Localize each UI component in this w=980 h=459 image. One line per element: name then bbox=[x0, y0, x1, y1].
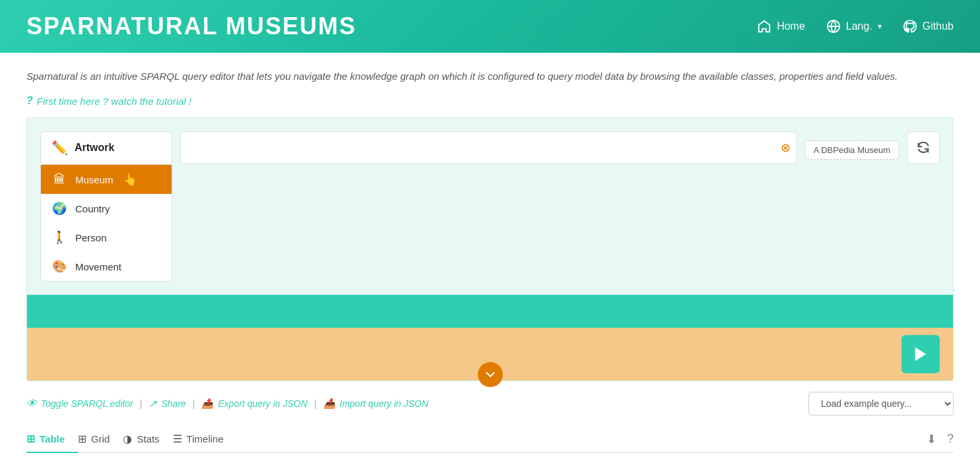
main-content: Sparnatural is an intuitive SPARQL query… bbox=[0, 53, 980, 453]
nav-github-label: Github bbox=[923, 20, 954, 32]
movement-icon: 🎨 bbox=[51, 259, 67, 274]
nav-lang-label: Lang. bbox=[846, 20, 872, 32]
dropdown-item-person[interactable]: 🚶 Person bbox=[41, 223, 172, 252]
timeline-icon: ☰ bbox=[173, 433, 182, 445]
download-button[interactable]: ⬇ bbox=[927, 432, 936, 446]
refresh-button[interactable] bbox=[907, 131, 940, 164]
import-json-link[interactable]: 📥 Import query in JSON bbox=[323, 398, 429, 410]
load-example-select[interactable]: Load example query... bbox=[808, 392, 954, 415]
result-tabs: ⊞ Table ⊞ Grid ◑ Stats ☰ Timeline ⬇ ? bbox=[26, 426, 954, 453]
chevron-down-icon: ▾ bbox=[878, 22, 882, 31]
dropdown-item-museum[interactable]: 🏛 Museum 👆 bbox=[41, 165, 172, 194]
help-button[interactable]: ? bbox=[947, 432, 954, 446]
entity-dropdown-wrapper: ✏️ Artwork 🏛 Museum 👆 🌍 Country bbox=[40, 131, 172, 282]
museum-icon: 🏛 bbox=[51, 173, 67, 187]
export-json-link[interactable]: 📤 Export query in JSON bbox=[201, 398, 307, 410]
dropdown-item-country[interactable]: 🌍 Country bbox=[41, 194, 172, 223]
nav-lang[interactable]: Lang. ▾ bbox=[826, 19, 882, 34]
tab-table[interactable]: ⊞ Table bbox=[26, 426, 78, 453]
chevron-down-icon bbox=[483, 367, 498, 382]
sep-1: | bbox=[140, 398, 143, 409]
nav-github[interactable]: Github bbox=[903, 19, 954, 34]
tutorial-link[interactable]: ? First time here ? watch the tutorial ! bbox=[26, 95, 954, 107]
import-json-label: Import query in JSON bbox=[340, 398, 429, 409]
nav-home[interactable]: Home bbox=[757, 19, 805, 34]
person-icon: 🚶 bbox=[51, 230, 67, 245]
question-mark-icon: ? bbox=[26, 95, 33, 107]
clear-button[interactable]: ⊗ bbox=[781, 140, 791, 155]
search-input-wrapper[interactable] bbox=[180, 131, 797, 164]
globe-icon bbox=[826, 19, 841, 34]
stats-icon: ◑ bbox=[123, 433, 132, 445]
orange-bar bbox=[27, 328, 953, 381]
share-icon: ↗ bbox=[148, 398, 157, 410]
tab-table-label: Table bbox=[40, 433, 65, 444]
tab-timeline[interactable]: ☰ Timeline bbox=[173, 426, 237, 453]
artwork-icon: ✏️ bbox=[51, 140, 68, 156]
sep-2: | bbox=[193, 398, 195, 409]
bottom-row: 👁 Toggle SPARQL editor | ↗ Share | 📤 Exp… bbox=[26, 392, 954, 415]
import-icon: 📥 bbox=[323, 398, 336, 410]
bottom-toolbar: 👁 Toggle SPARQL editor | ↗ Share | 📤 Exp… bbox=[26, 381, 954, 421]
export-json-label: Export query in JSON bbox=[218, 398, 307, 409]
chevron-down-wrapper[interactable] bbox=[478, 362, 503, 387]
tab-grid[interactable]: ⊞ Grid bbox=[78, 426, 123, 453]
dropdown-item-movement-label: Movement bbox=[75, 261, 121, 272]
dropdown-item-museum-label: Museum bbox=[75, 174, 114, 185]
eye-icon: 👁 bbox=[26, 398, 37, 410]
play-button[interactable] bbox=[901, 335, 940, 373]
tooltip-badge: A DBPedia Museum bbox=[805, 140, 899, 160]
toggle-sparql-label: Toggle SPARQL editor bbox=[41, 398, 133, 409]
play-icon bbox=[911, 345, 930, 363]
dropdown-item-country-label: Country bbox=[75, 203, 110, 214]
grid-icon: ⊞ bbox=[78, 433, 86, 445]
result-tabs-right: ⬇ ? bbox=[927, 432, 954, 446]
header: SPARNATURAL MUSEUMS Home Lang. ▾ Github bbox=[0, 0, 980, 53]
entity-dropdown-menu: 🏛 Museum 👆 🌍 Country 🚶 Person 🎨 M bbox=[40, 165, 172, 282]
github-icon bbox=[903, 19, 917, 34]
entity-selector[interactable]: ✏️ Artwork bbox=[40, 131, 172, 165]
header-nav: Home Lang. ▾ Github bbox=[757, 19, 954, 34]
bottom-links: 👁 Toggle SPARQL editor | ↗ Share | 📤 Exp… bbox=[26, 398, 808, 410]
entity-header: ✏️ Artwork bbox=[41, 132, 172, 164]
dropdown-item-person-label: Person bbox=[75, 232, 107, 243]
result-tabs-left: ⊞ Table ⊞ Grid ◑ Stats ☰ Timeline bbox=[26, 426, 237, 452]
export-icon: 📤 bbox=[201, 398, 214, 410]
cursor-icon: 👆 bbox=[123, 172, 137, 187]
query-builder: ✏️ Artwork 🏛 Museum 👆 🌍 Country bbox=[26, 117, 954, 381]
tab-stats-label: Stats bbox=[137, 433, 159, 444]
tab-timeline-label: Timeline bbox=[187, 433, 224, 444]
entity-label: Artwork bbox=[75, 142, 114, 154]
toggle-sparql-link[interactable]: 👁 Toggle SPARQL editor bbox=[26, 398, 133, 410]
dropdown-item-movement[interactable]: 🎨 Movement bbox=[41, 252, 172, 281]
sep-3: | bbox=[314, 398, 317, 409]
svg-marker-1 bbox=[915, 348, 926, 361]
search-area: ⊗ bbox=[180, 131, 797, 164]
site-title: SPARNATURAL MUSEUMS bbox=[26, 13, 356, 40]
home-icon bbox=[757, 19, 771, 34]
share-label: Share bbox=[161, 398, 185, 409]
nav-home-label: Home bbox=[777, 20, 805, 32]
tab-stats[interactable]: ◑ Stats bbox=[123, 426, 172, 453]
tab-grid-label: Grid bbox=[91, 433, 110, 444]
table-icon: ⊞ bbox=[26, 433, 35, 445]
share-link[interactable]: ↗ Share bbox=[148, 398, 185, 410]
description: Sparnatural is an intuitive SPARQL query… bbox=[26, 69, 937, 84]
green-bar bbox=[27, 295, 953, 328]
query-row: ✏️ Artwork 🏛 Museum 👆 🌍 Country bbox=[40, 131, 940, 282]
country-icon: 🌍 bbox=[51, 201, 67, 216]
tutorial-text: First time here ? watch the tutorial ! bbox=[37, 96, 191, 107]
refresh-icon bbox=[916, 140, 931, 155]
